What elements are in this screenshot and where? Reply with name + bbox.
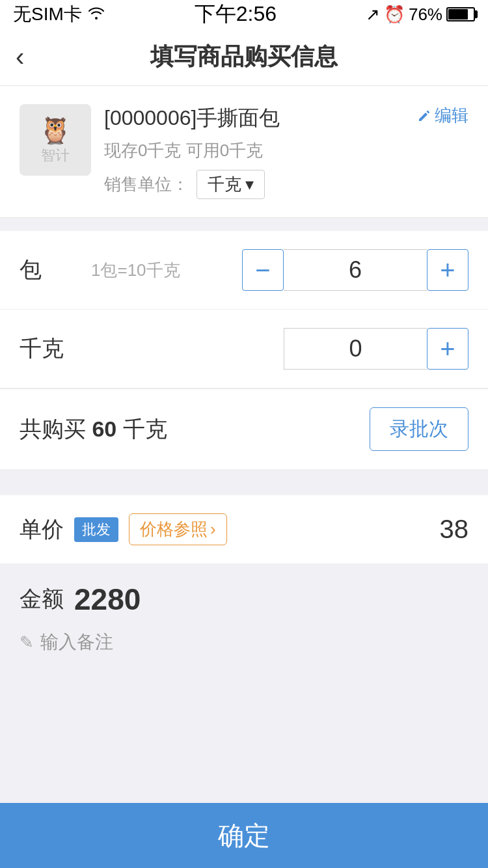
product-logo-label: 智计 — [41, 146, 70, 165]
product-stock: 现存0千克 可用0千克 — [104, 139, 468, 162]
remark-placeholder[interactable]: 输入备注 — [40, 630, 113, 655]
amount-row: 金额 2280 — [20, 582, 468, 617]
edit-icon — [416, 108, 432, 124]
location-icon: ↗ — [366, 5, 380, 25]
package-label: 包 — [20, 255, 85, 285]
product-image: 🦉 智计 — [20, 104, 91, 176]
confirm-button[interactable]: 确定 — [0, 803, 488, 868]
total-text: 共购买 60 千克 — [20, 414, 167, 444]
unit-select[interactable]: 千克 ▾ — [197, 170, 265, 199]
status-bar-right: ↗ ⏰ 76% — [366, 5, 475, 25]
price-type-badge: 批发 — [74, 517, 118, 542]
chevron-right-icon: › — [210, 519, 216, 539]
product-unit-row: 销售单位： 千克 ▾ — [104, 170, 468, 199]
status-bar-left: 无SIM卡 — [13, 2, 105, 27]
chevron-down-icon: ▾ — [245, 174, 254, 195]
price-row: 单价 批发 价格参照 › 38 — [20, 513, 468, 545]
edit-button[interactable]: 编辑 — [416, 104, 468, 127]
package-hint: 1包=10千克 — [91, 259, 180, 282]
back-button[interactable]: ‹ — [16, 42, 24, 72]
kg-increment-button[interactable]: + — [427, 328, 468, 370]
package-input[interactable] — [284, 249, 427, 291]
nav-bar: ‹ 填写商品购买信息 — [0, 29, 488, 86]
separator-1 — [0, 218, 488, 231]
battery-icon — [446, 7, 475, 21]
status-bar: 无SIM卡 下午2:56 ↗ ⏰ 76% — [0, 0, 488, 29]
product-name-row: [0000006]手撕面包 编辑 — [104, 104, 468, 133]
carrier-label: 无SIM卡 — [13, 2, 82, 27]
unit-price-value: 38 — [440, 515, 469, 544]
remark-edit-icon: ✎ — [20, 632, 34, 653]
package-increment-button[interactable]: + — [427, 249, 468, 291]
record-batch-button[interactable]: 录批次 — [370, 407, 468, 451]
total-row: 共购买 60 千克 录批次 — [0, 388, 488, 469]
alarm-icon: ⏰ — [384, 5, 405, 25]
amount-label: 金额 — [20, 584, 64, 614]
page-title: 填写商品购买信息 — [150, 41, 338, 73]
status-bar-time: 下午2:56 — [195, 0, 277, 29]
separator-2 — [0, 469, 488, 482]
form-section: 包 1包=10千克 − + 千克 + — [0, 231, 488, 388]
product-card: 🦉 智计 [0000006]手撕面包 编辑 现存0千克 可用0千克 销售单位： … — [0, 86, 488, 218]
product-info: [0000006]手撕面包 编辑 现存0千克 可用0千克 销售单位： 千克 ▾ — [104, 104, 468, 199]
wifi-icon — [87, 4, 105, 25]
price-section: 单价 批发 价格参照 › 38 — [0, 495, 488, 563]
package-controls: − + — [242, 249, 468, 291]
amount-section: 金额 2280 ✎ 输入备注 — [0, 563, 488, 665]
package-decrement-button[interactable]: − — [242, 249, 284, 291]
product-name: [0000006]手撕面包 — [104, 104, 280, 133]
kg-row: 千克 + — [0, 310, 488, 388]
package-row: 包 1包=10千克 − + — [0, 231, 488, 310]
kg-input[interactable] — [284, 328, 427, 370]
amount-value: 2280 — [74, 582, 141, 617]
kg-controls: + — [284, 328, 468, 370]
product-logo-icon: 🦉 — [39, 115, 72, 146]
price-ref-button[interactable]: 价格参照 › — [129, 513, 227, 545]
remark-row[interactable]: ✎ 输入备注 — [20, 630, 468, 655]
unit-price-label: 单价 — [20, 515, 64, 545]
kg-label: 千克 — [20, 334, 85, 364]
battery-percent: 76% — [409, 5, 442, 25]
